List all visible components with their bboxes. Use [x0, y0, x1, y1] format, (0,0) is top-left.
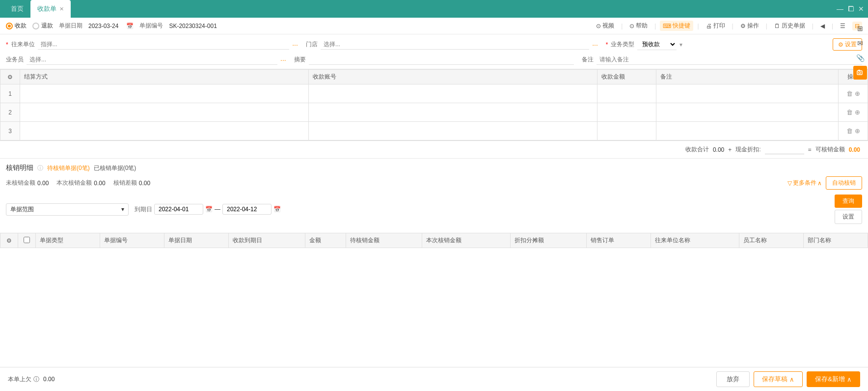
- row-2-settle[interactable]: [20, 103, 309, 122]
- partner-label: 往来单位: [11, 40, 35, 49]
- store-field: 门店 ···: [306, 39, 598, 50]
- more-conditions-btn[interactable]: ▽ 更多条件 ∧: [787, 179, 822, 187]
- query-button[interactable]: 查询: [835, 195, 862, 208]
- nav-left-icon[interactable]: ◀: [817, 22, 828, 30]
- chevron-up-icon: ∧: [817, 180, 822, 187]
- minimize-icon[interactable]: —: [837, 5, 843, 13]
- row-2-remark[interactable]: [656, 103, 839, 122]
- col-amount-header: 金额: [305, 233, 346, 248]
- toolbar: 收款 退款 单据日期 2023-03-24 📅 单据编号 SK-20230324…: [0, 18, 868, 34]
- row-3-settle[interactable]: [20, 122, 309, 140]
- store-more-btn[interactable]: ···: [592, 41, 598, 49]
- recon-filter-row: 单据范围 ▾ 到期日 📅 — 📅 查询 设置: [6, 195, 862, 224]
- col-pending-header: 待核销金额: [346, 233, 422, 248]
- date-label: 单据日期: [59, 22, 82, 30]
- tab-close-icon[interactable]: ✕: [59, 6, 64, 12]
- cal-to-icon[interactable]: 📅: [273, 206, 281, 213]
- sidebar-mail-icon[interactable]: ✉: [853, 36, 867, 50]
- footer-info-icon[interactable]: ⓘ: [33, 375, 39, 384]
- help-icon: ⊙: [629, 23, 634, 29]
- table-settings-icon[interactable]: ⚙: [7, 74, 13, 81]
- sidebar-clip-icon[interactable]: 📎: [853, 51, 867, 65]
- settings-outline-button[interactable]: 设置: [835, 210, 862, 224]
- business-type-field: * 业务类型 预收款 ▾: [606, 39, 825, 50]
- bottom-table-settings-icon[interactable]: ⚙: [6, 237, 12, 244]
- row-3-copy-icon[interactable]: ⊕: [855, 127, 860, 135]
- radio-refund[interactable]: 退款: [32, 22, 53, 30]
- history-btn[interactable]: 🗒 历史单据: [771, 21, 808, 31]
- save-new-button[interactable]: 保存&新增 ∧: [807, 371, 860, 387]
- help-btn[interactable]: ⊙ 帮助: [626, 21, 651, 31]
- row-1-remark[interactable]: [656, 84, 839, 103]
- list-view-icon[interactable]: ☰: [837, 22, 848, 30]
- date-value: 2023-03-24: [88, 23, 118, 29]
- row-1-delete-icon[interactable]: 🗑: [846, 90, 853, 97]
- col-partner-header: 往来单位名称: [651, 233, 739, 248]
- form-area: * 往来单位 ··· 门店 ··· * 业务类型 预收款 ▾ ⚙ 设置: [0, 34, 868, 69]
- sidebar-table-icon[interactable]: ⊞: [853, 22, 867, 35]
- col-discount-header: 折扣分摊额: [510, 233, 586, 248]
- dropdown-arrow-icon: ▾: [679, 41, 682, 48]
- sidebar-screenshot-icon[interactable]: [853, 66, 867, 80]
- row-2-delete-icon[interactable]: 🗑: [846, 109, 853, 116]
- business-type-select[interactable]: 预收款: [637, 39, 677, 50]
- available-value: 0.00: [849, 146, 860, 153]
- store-input[interactable]: [321, 39, 589, 50]
- partner-more-btn[interactable]: ···: [292, 41, 298, 49]
- tab-receipt[interactable]: 收款单 ✕: [30, 0, 71, 18]
- row-3-account[interactable]: [309, 122, 597, 140]
- shortcut-btn[interactable]: ⌨ 快捷键: [660, 21, 693, 31]
- table-row: 3 🗑 ⊕: [0, 122, 868, 140]
- summary-field: 摘要: [294, 55, 574, 65]
- print-btn[interactable]: 🖨 打印: [703, 21, 728, 31]
- staff-input[interactable]: [27, 55, 277, 65]
- range-dropdown[interactable]: 单据范围 ▾: [6, 203, 129, 216]
- row-1-copy-icon[interactable]: ⊕: [855, 90, 860, 97]
- row-2-copy-icon[interactable]: ⊕: [855, 109, 860, 116]
- auto-recon-button[interactable]: 自动核销: [826, 176, 862, 190]
- row-1-amount[interactable]: [597, 84, 656, 103]
- close-icon[interactable]: ✕: [858, 5, 864, 13]
- discount-input[interactable]: [765, 145, 804, 154]
- col-remark-header: 备注: [656, 70, 839, 84]
- row-3-num: 3: [0, 122, 20, 140]
- select-all-checkbox[interactable]: [24, 237, 30, 243]
- total-label: 收款合计: [685, 145, 709, 154]
- staff-more-btn[interactable]: ···: [280, 56, 286, 64]
- col-amount-header: 收款金额: [597, 70, 656, 84]
- save-draft-button[interactable]: 保存草稿 ∧: [754, 371, 803, 387]
- recon-header: 核销明细 ⓘ 待核销单据(0笔) 已核销单据(0笔): [6, 164, 862, 172]
- row-1-account[interactable]: [309, 84, 597, 103]
- tab-home[interactable]: 首页: [4, 0, 30, 18]
- video-btn[interactable]: ⊙ 视频: [593, 21, 617, 31]
- date-to-input[interactable]: [222, 204, 271, 215]
- partner-input[interactable]: [38, 39, 290, 50]
- col-staff-header: 员工名称: [739, 233, 803, 248]
- row-1-settle[interactable]: [20, 84, 309, 103]
- radio-receipt[interactable]: 收款: [6, 22, 27, 30]
- date-from-input[interactable]: [154, 204, 203, 215]
- calendar-icon[interactable]: 📅: [126, 23, 134, 29]
- row-2-amount[interactable]: [597, 103, 656, 122]
- abandon-button[interactable]: 放弃: [716, 371, 750, 387]
- recon-info-icon[interactable]: ⓘ: [37, 164, 43, 172]
- col-dept-header: 部门名称: [803, 233, 868, 248]
- gear-icon: ⚙: [838, 41, 843, 48]
- video-icon: ⊙: [596, 23, 601, 29]
- row-3-amount[interactable]: [597, 122, 656, 140]
- row-3-remark[interactable]: [656, 122, 839, 140]
- row-3-delete-icon[interactable]: 🗑: [846, 127, 853, 135]
- tab-bar: 首页 收款单 ✕ — ⧠ ✕: [0, 0, 868, 18]
- remark-input[interactable]: [597, 55, 862, 65]
- tab-done[interactable]: 已核销单据(0笔): [94, 164, 136, 172]
- number-value: SK-20230324-001: [169, 23, 217, 29]
- summary-input[interactable]: [309, 55, 574, 65]
- operation-btn[interactable]: ⚙ 操作: [737, 21, 762, 31]
- row-2-account[interactable]: [309, 103, 597, 122]
- tab-pending[interactable]: 待核销单据(0笔): [47, 164, 90, 172]
- col-settle-header: 结算方式: [20, 70, 309, 84]
- total-value: 0.00: [713, 146, 724, 153]
- cal-from-icon[interactable]: 📅: [205, 206, 213, 213]
- restore-icon[interactable]: ⧠: [847, 5, 854, 13]
- svg-rect-0: [857, 71, 862, 75]
